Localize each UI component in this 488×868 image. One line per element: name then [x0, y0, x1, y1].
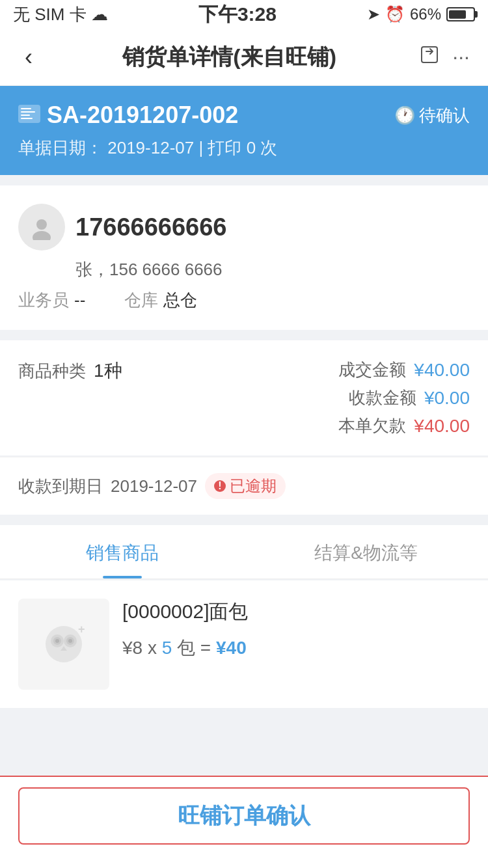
sales-staff: 业务员 --: [18, 289, 85, 312]
product-section: + [0000002]面包 ¥8 x 5 包 = ¥40: [0, 580, 488, 708]
owed-amount-row: 本单欠款 ¥40.00: [338, 414, 470, 437]
avatar: [18, 204, 65, 251]
svg-point-8: [46, 626, 82, 662]
overdue-badge: ! 已逾期: [205, 473, 286, 499]
stats-section: 商品种类 1种 成交金额 ¥40.00 收款金额 ¥0.00 本单欠款 ¥40.…: [0, 340, 488, 455]
tab-products[interactable]: 销售商品: [0, 525, 244, 578]
due-date-section: 收款到期日 2019-12-07 ! 已逾期: [0, 457, 488, 515]
product-item: + [0000002]面包 ¥8 x 5 包 = ¥40: [18, 599, 470, 690]
bottom-bar: 旺铺订单确认: [0, 776, 488, 868]
customer-row: 17666666666: [18, 204, 470, 251]
warehouse: 仓库 总仓: [124, 289, 197, 312]
overdue-icon: !: [214, 480, 226, 492]
clock-icon: 🕐: [394, 105, 415, 126]
product-info: [0000002]面包 ¥8 x 5 包 = ¥40: [122, 599, 470, 690]
order-icon: [18, 102, 40, 129]
svg-rect-4: [21, 115, 30, 116]
status-left: 无 SIM 卡 ☁: [13, 3, 108, 26]
status-right: ➤ ⏰ 66%: [367, 5, 475, 23]
amount-stats: 成交金额 ¥40.00 收款金额 ¥0.00 本单欠款 ¥40.00: [338, 359, 470, 437]
banner-date: 单据日期： 2019-12-07 | 打印 0 次: [18, 137, 470, 159]
tabs: 销售商品 结算&物流等: [0, 525, 488, 579]
svg-point-14: [68, 639, 72, 643]
order-status: 🕐 待确认: [394, 104, 470, 127]
svg-rect-2: [21, 108, 31, 109]
status-bar: 无 SIM 卡 ☁ 下午3:28 ➤ ⏰ 66%: [0, 0, 488, 29]
product-image: +: [18, 599, 109, 690]
battery-icon: [446, 7, 475, 21]
alarm-icon: ⏰: [385, 5, 405, 23]
location-icon: ➤: [367, 5, 380, 23]
header-banner: SA-20191207-002 🕐 待确认 单据日期： 2019-12-07 |…: [0, 86, 488, 175]
banner-top: SA-20191207-002 🕐 待确认: [18, 102, 470, 129]
tab-settlement[interactable]: 结算&物流等: [244, 525, 488, 578]
product-type: 商品种类 1种: [18, 359, 338, 383]
product-name: [0000002]面包: [122, 599, 470, 625]
export-icon[interactable]: [420, 45, 439, 70]
customer-name: 张，156 6666 6666: [18, 258, 470, 281]
confirm-order-button[interactable]: 旺铺订单确认: [18, 787, 470, 845]
nav-actions: ···: [420, 45, 470, 70]
battery-percent: 66%: [410, 5, 441, 23]
customer-section: 17666666666 张，156 6666 6666 业务员 -- 仓库 总仓: [0, 185, 488, 330]
due-date-value: 2019-12-07: [111, 476, 197, 496]
svg-text:+: +: [78, 623, 85, 636]
svg-rect-3: [21, 111, 35, 113]
sim-status: 无 SIM 卡 ☁: [13, 3, 108, 26]
overdue-text: 已逾期: [230, 476, 277, 496]
svg-point-13: [55, 639, 59, 643]
received-amount-row: 收款金额 ¥0.00: [349, 387, 470, 409]
customer-meta: 业务员 -- 仓库 总仓: [18, 289, 470, 312]
more-icon[interactable]: ···: [452, 45, 470, 69]
nav-bar: ‹ 销货单详情(来自旺铺) ···: [0, 29, 488, 86]
svg-point-7: [33, 231, 51, 240]
deal-amount-row: 成交金额 ¥40.00: [338, 359, 470, 381]
svg-rect-1: [18, 105, 40, 123]
svg-rect-5: [21, 118, 33, 119]
due-date-label: 收款到期日: [18, 475, 103, 498]
svg-rect-0: [422, 47, 437, 62]
back-button[interactable]: ‹: [18, 37, 39, 77]
customer-phone: 17666666666: [75, 213, 226, 241]
svg-point-6: [36, 219, 47, 230]
order-id: SA-20191207-002: [18, 102, 238, 129]
product-calc: ¥8 x 5 包 = ¥40: [122, 636, 470, 660]
page-title: 销货单详情(来自旺铺): [122, 42, 336, 72]
status-time: 下午3:28: [198, 1, 277, 28]
